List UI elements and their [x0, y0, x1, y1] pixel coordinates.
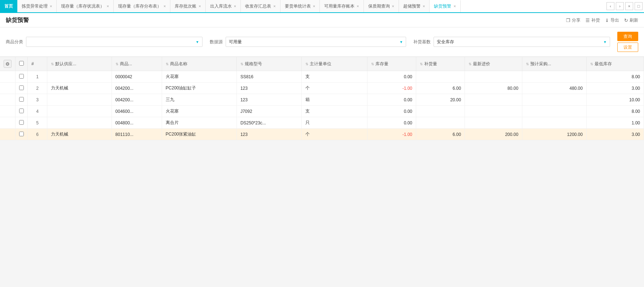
td-checkbox-4	[16, 117, 28, 129]
td-gear-3	[0, 106, 16, 117]
refresh-button[interactable]: ↻ 刷新	[624, 17, 638, 23]
td-unit-3: 支	[301, 106, 367, 117]
tab-order-stats[interactable]: 要货单统计表 ×	[280, 0, 320, 12]
tab-batch-account-close[interactable]: ×	[199, 4, 201, 8]
tab-home-label: 首页	[4, 3, 13, 9]
tab-defect-handling-label: 拣货异常处理	[22, 3, 48, 9]
td-code-2: 004200...	[112, 94, 162, 106]
tab-available-ledger[interactable]: 可用量库存账本 ×	[320, 0, 364, 12]
tab-inventory-dist-close[interactable]: ×	[164, 4, 166, 8]
th-est-purchase-label: 预计采购...	[530, 61, 551, 67]
settings-button[interactable]: 设置	[617, 43, 638, 52]
td-est-purchase-3	[522, 106, 586, 117]
td-stock-4: 0.00	[367, 117, 416, 129]
td-est-purchase-0	[522, 71, 586, 83]
category-select[interactable]: ▼	[26, 37, 203, 47]
tab-in-out-flow-close[interactable]: ×	[234, 4, 236, 8]
tab-shortage[interactable]: 缺货预警 ×	[430, 0, 460, 13]
base-select[interactable]: 安全库存 ▼	[434, 37, 610, 47]
td-replenish-4	[416, 117, 465, 129]
export-icon: ⇓	[605, 18, 609, 23]
row-checkbox-2[interactable]	[19, 97, 24, 102]
tab-inventory-status-close[interactable]: ×	[106, 4, 109, 8]
td-num-1: 2	[28, 83, 47, 94]
base-select-value: 安全库存	[437, 39, 603, 45]
tab-overstock[interactable]: 超储预警 ×	[399, 0, 430, 12]
td-replenish-5: 6.00	[416, 129, 465, 140]
th-supplier[interactable]: ⇅ 默认供应...	[47, 57, 112, 71]
td-spec-4: DS250*23c...	[236, 117, 301, 129]
td-supplier-4	[47, 117, 112, 129]
page-title: 缺货预警	[6, 17, 29, 24]
tab-order-stats-close[interactable]: ×	[313, 4, 315, 8]
th-unit[interactable]: ⇅ 主计量单位	[301, 57, 367, 71]
tab-collect-summary-close[interactable]: ×	[273, 4, 275, 8]
td-gear-5	[0, 129, 16, 140]
td-spec-3: J7092	[236, 106, 301, 117]
th-replenish[interactable]: ⇅ 补货量	[416, 57, 465, 71]
share-button[interactable]: ❐ 分享	[566, 17, 580, 23]
row-checkbox-4[interactable]	[19, 120, 24, 125]
tab-shortage-close[interactable]: ×	[453, 4, 456, 8]
tab-home[interactable]: 首页	[0, 0, 17, 12]
header-actions: ❐ 分享 ☰ 补货 ⇓ 导出 ↻ 刷新	[566, 17, 638, 23]
export-button[interactable]: ⇓ 导出	[605, 17, 619, 23]
tab-expiry-query-close[interactable]: ×	[392, 4, 394, 8]
tab-scroll-right[interactable]: ›	[616, 2, 624, 10]
tab-in-out-flow[interactable]: 出入库流水 ×	[206, 0, 241, 12]
td-gear-0	[0, 71, 16, 83]
td-name-2: 三九	[162, 94, 236, 106]
th-code[interactable]: ⇅ 商品...	[112, 57, 162, 71]
th-name[interactable]: ⇅ 商品名称	[162, 57, 236, 71]
tab-available-ledger-label: 可用量库存账本	[324, 3, 354, 9]
data-table: ⚙ # ⇅ 默认供应...	[0, 57, 644, 140]
refresh-icon: ↻	[624, 18, 628, 23]
td-est-purchase-5: 1200.00	[522, 129, 586, 140]
tab-defect-handling-close[interactable]: ×	[50, 4, 52, 8]
row-checkbox-0[interactable]	[19, 74, 24, 79]
min-stock-sort-icon: ⇅	[590, 62, 593, 66]
query-button[interactable]: 查询	[617, 32, 638, 41]
td-name-0: 火花塞	[162, 71, 236, 83]
td-est-purchase-4	[522, 117, 586, 129]
replenish-button[interactable]: ☰ 补货	[586, 17, 600, 23]
tab-overstock-close[interactable]: ×	[423, 4, 425, 8]
tab-scroll-left[interactable]: ‹	[606, 2, 614, 10]
tab-defect-handling[interactable]: 拣货异常处理 ×	[17, 0, 57, 12]
select-all-checkbox[interactable]	[19, 61, 24, 66]
td-num-0: 1	[28, 71, 47, 83]
td-spec-1: 123	[236, 83, 301, 94]
td-name-5: PC200张紧油缸	[162, 129, 236, 140]
th-stock[interactable]: ⇅ 库存量	[367, 57, 416, 71]
tab-inventory-dist[interactable]: 现存量（库存分布表） ×	[114, 0, 170, 12]
datasource-select[interactable]: 可用量 ▼	[226, 37, 406, 47]
tab-shortage-label: 缺货预警	[434, 3, 451, 9]
td-stock-5: -1.00	[367, 129, 416, 140]
column-settings-gear[interactable]: ⚙	[4, 60, 12, 68]
row-checkbox-3[interactable]	[19, 109, 24, 113]
th-min-stock[interactable]: ⇅ 最低库存	[587, 57, 644, 71]
tab-close-all[interactable]: ×	[625, 2, 633, 10]
row-checkbox-5[interactable]	[19, 132, 24, 136]
tab-inventory-status[interactable]: 现存量（库存状况表） ×	[57, 0, 113, 12]
filter-row: 商品分类 ▼ 数据源 可用量 ▼ 补货基数 安全库存 ▼ 查询 设置	[0, 27, 644, 57]
tab-bar: 首页 拣货异常处理 × 现存量（库存状况表） × 现存量（库存分布表） × 库存…	[0, 0, 644, 13]
base-label: 补货基数	[413, 39, 431, 45]
td-est-purchase-2	[522, 94, 586, 106]
tab-batch-account[interactable]: 库存批次账 ×	[170, 0, 205, 12]
td-num-3: 4	[28, 106, 47, 117]
td-supplier-2	[47, 94, 112, 106]
tab-collect-summary[interactable]: 收发存汇总表 ×	[241, 0, 280, 12]
td-replenish-0	[416, 71, 465, 83]
th-spec[interactable]: ⇅ 规格型号	[236, 57, 301, 71]
tab-available-ledger-close[interactable]: ×	[357, 4, 359, 8]
row-checkbox-1[interactable]	[19, 85, 24, 90]
th-latest-price[interactable]: ⇅ 最新进价	[465, 57, 522, 71]
th-spec-label: 规格型号	[245, 61, 262, 67]
tab-expiry-query[interactable]: 保质期查询 ×	[364, 0, 399, 12]
tab-maximize[interactable]: □	[635, 2, 643, 10]
th-est-purchase[interactable]: ⇅ 预计采购...	[522, 57, 586, 71]
table-row: 2 力天机械 004200... PC200油缸缸子 123 个 -1.00 6…	[0, 83, 644, 94]
td-gear-2	[0, 94, 16, 106]
td-spec-5: 123	[236, 129, 301, 140]
